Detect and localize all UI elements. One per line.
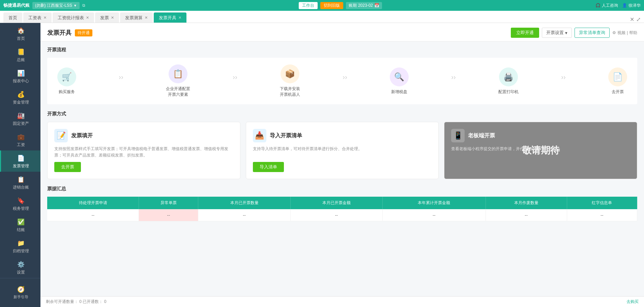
footer-info: 剩余可开通数量： 0 已开通数： 0 [46, 299, 106, 305]
remaining-label: 剩余可开通数量： [46, 299, 78, 304]
tab-invoice-tool[interactable]: 发票开具 ✕ [154, 12, 186, 23]
flow-step-add-tax[interactable]: 🔍 新增税盘 [390, 67, 409, 95]
tab-salary-table[interactable]: 工资表 ✕ [23, 12, 52, 23]
company-selector[interactable]: (勿删) 江西服宝-LSS ▼ [32, 2, 80, 9]
flow-step-config[interactable]: 📋 企业开通配置开票六要素 [166, 64, 190, 97]
cell-year-amount: -- [382, 209, 486, 221]
expand-icon[interactable]: ⤢ [636, 16, 641, 23]
close-all-icon[interactable]: ✕ [630, 16, 634, 23]
sidebar-label-fund: 资金管理 [13, 100, 29, 105]
sidebar-item-tax[interactable]: 🔖 税务管理 [0, 193, 40, 214]
sidebar-item-invoice-mgmt[interactable]: 📄 发票管理 [0, 150, 40, 172]
view-label: 视频 [617, 30, 625, 36]
user-icon: 👤 [622, 3, 627, 8]
tab-salary-table-close-icon[interactable]: ✕ [43, 16, 47, 20]
summary-header-row: 待处理开票申请 异常单票 本月已开票数量 本月已开票金额 本年累计开票金额 本月… [47, 197, 637, 209]
goto-buy-link[interactable]: 去购买 [626, 299, 639, 304]
boss-title-row: 📱 老板端开票 [451, 129, 630, 142]
settlement-icon: ✅ [17, 218, 25, 226]
workspace-button[interactable]: 工作台 [299, 2, 318, 9]
sidebar-item-report[interactable]: 📊 报表中心 [0, 65, 40, 87]
content-body: 开票流程 🛒 购买服务 ›› 📋 企业开通配置开票六要素 ›› 📦 下载 [40, 41, 644, 233]
flow-step-buy-service[interactable]: 🛒 购买服务 [57, 67, 76, 95]
tab-invoice-calc-label: 发票测算 [125, 15, 143, 21]
flow-step-download[interactable]: 📦 下载并安装开票机器人 [280, 64, 300, 97]
fund-icon: 💰 [17, 91, 25, 98]
page-header: 发票开具 待开通 立即开通 开票设置 ▾ 异常清单查询 ⚙ 视频 | 帮助 [40, 23, 644, 41]
abnormal-list-button[interactable]: 异常清单查询 [575, 28, 610, 38]
manual-go-button[interactable]: 去开票 [54, 162, 81, 172]
sidebar-item-settlement[interactable]: ✅ 结账 [0, 214, 40, 235]
settings-circle-icon: ⚙ [612, 30, 616, 35]
make-invoice-icon: 📄 [608, 67, 627, 86]
sidebar-item-purchase[interactable]: 📋 进销台账 [0, 172, 40, 193]
page-footer: 剩余可开通数量： 0 已开通数： 0 去购买 [40, 296, 644, 307]
sidebar-label-guide: 新手引导 [13, 295, 28, 300]
flow-section: 开票流程 🛒 购买服务 ›› 📋 企业开通配置开票六要素 ›› 📦 下载 [47, 47, 637, 104]
manual-card-desc: 支持按照发票样式手工填写开发票；可开具增值税电子普通发票、增值税普通发票、增值税… [54, 146, 233, 159]
tab-invoice[interactable]: 发票 ✕ [95, 12, 119, 23]
switch-old-button[interactable]: 切到旧版 [320, 2, 343, 9]
sidebar-item-member[interactable]: 👑 畅会员 [0, 302, 40, 307]
manual-title-row: 📝 发票填开 [54, 129, 233, 142]
print-icon: 🖨️ [499, 67, 518, 86]
sidebar-item-guide[interactable]: 🧭 新手引导 [0, 282, 40, 302]
sidebar-label-tax: 税务管理 [13, 206, 29, 212]
col-month-count: 本月已开票数量 [198, 197, 290, 209]
home-icon: 🏠 [17, 27, 25, 34]
tab-salary-report-close-icon[interactable]: ✕ [86, 16, 89, 20]
ledger-icon: 📒 [17, 48, 25, 56]
import-card-title: 导入开票清单 [270, 132, 302, 139]
add-tax-icon: 🔍 [390, 67, 409, 86]
top-bar: 畅捷通易代账 (勿删) 江西服宝-LSS ▼ ⧉ 工作台 切到旧版 账期 202… [0, 0, 644, 11]
method-card-manual: 📝 发票填开 支持按照发票样式手工填写开发票；可开具增值税电子普通发票、增值税普… [47, 122, 240, 179]
summary-section-title: 票据汇总 [47, 186, 637, 192]
arrow-5: ›› [519, 73, 608, 89]
service-button[interactable]: 🎧 人工咨询 [595, 3, 618, 8]
page-title-row: 发票开具 待开通 [47, 29, 92, 37]
cell-pending: -- [47, 209, 139, 221]
guide-icon: 🧭 [17, 286, 25, 293]
tab-salary-report[interactable]: 工资统计报表 ✕ [53, 12, 94, 23]
settings-button[interactable]: 开票设置 ▾ [542, 28, 572, 38]
col-pending: 待处理开票申请 [47, 197, 139, 209]
company-name: (勿删) 江西服宝-LSS [35, 3, 72, 8]
tax-icon: 🔖 [17, 197, 25, 204]
top-bar-right: 🎧 人工咨询 👤 徐泽华 [595, 3, 641, 8]
summary-section: 票据汇总 待处理开票申请 异常单票 本月已开票数量 本月已开票金额 本年累计开票… [47, 186, 637, 221]
app-logo: 畅捷通易代账 [3, 2, 30, 8]
sidebar-item-settings[interactable]: ⚙️ 设置 [0, 257, 40, 278]
download-label: 下载并安装开票机器人 [280, 86, 300, 97]
arrow-3: ›› [300, 73, 390, 89]
sidebar-item-assets[interactable]: 🏭 固定资产 [0, 108, 40, 129]
method-section: 开票方式 📝 发票填开 支持按照发票样式手工填写开发票；可开具增值税电子普通发票… [47, 111, 637, 179]
sidebar-item-home[interactable]: 🏠 首页 [0, 23, 40, 44]
salary-icon: 💼 [17, 133, 25, 141]
cell-month-amount: -- [290, 209, 382, 221]
period-selector[interactable]: 账期 2023-02 📅 [346, 2, 382, 9]
flow-step-make-invoice[interactable]: 📄 去开票 [608, 67, 627, 95]
tab-invoice-tool-label: 发票开具 [159, 15, 176, 21]
tab-invoice-close-icon[interactable]: ✕ [111, 16, 114, 20]
tab-invoice-calc-close-icon[interactable]: ✕ [145, 16, 148, 20]
sidebar-label-settlement: 结账 [17, 227, 25, 233]
import-go-button[interactable]: 导入清单 [253, 162, 284, 172]
top-bar-mid: 工作台 切到旧版 账期 2023-02 📅 [299, 2, 382, 9]
method-section-title: 开票方式 [47, 111, 637, 117]
sidebar-item-salary[interactable]: 💼 工资 [0, 129, 40, 150]
sidebar-item-fund[interactable]: 💰 资金管理 [0, 87, 40, 108]
tab-invoice-calc[interactable]: 发票测算 ✕ [120, 12, 153, 23]
user-menu[interactable]: 👤 徐泽华 [622, 3, 641, 8]
flow-step-print[interactable]: 🖨️ 配置打印机 [498, 67, 519, 95]
col-red-info: 红字信息单 [567, 197, 637, 209]
assets-icon: 🏭 [17, 112, 25, 119]
sidebar-item-ledger[interactable]: 📒 总账 [0, 44, 40, 65]
copy-icon[interactable]: ⧉ [82, 3, 85, 8]
arrow-1: ›› [76, 73, 166, 89]
period-value: 2023-02 [358, 3, 373, 8]
immediate-open-button[interactable]: 立即开通 [511, 28, 539, 38]
sidebar-item-archive[interactable]: 📁 归档管理 [0, 235, 40, 257]
import-title-row: 📥 导入开票清单 [253, 129, 432, 142]
tab-home[interactable]: 首页 [3, 12, 22, 23]
tab-invoice-tool-close-icon[interactable]: ✕ [178, 16, 181, 20]
